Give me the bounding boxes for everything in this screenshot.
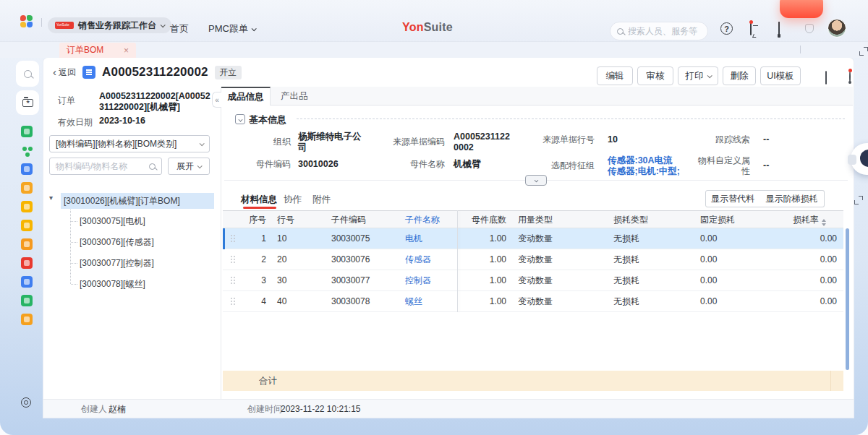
headset-service-icon[interactable] — [778, 22, 780, 35]
material-search-input[interactable]: 物料编码/物料名称 — [49, 158, 162, 175]
tab-output-product[interactable]: 产出品 — [281, 87, 308, 105]
sort-icon[interactable] — [822, 219, 826, 226]
source-doc-code-value: A00052311220002 — [454, 132, 511, 153]
delete-button[interactable]: 删除 — [723, 66, 756, 85]
ui-template-button[interactable]: UI模板 — [760, 66, 801, 85]
parent-code-label: 母件编码 — [222, 159, 291, 170]
wallet-icon[interactable] — [21, 126, 33, 137]
tree-root-node[interactable]: [30010026][机械臂][订单BOM] — [61, 193, 214, 209]
creator-value: 赵楠 — [109, 400, 126, 418]
subtab-collaboration[interactable]: 协作 — [284, 194, 302, 206]
user-blue-icon[interactable] — [21, 163, 33, 175]
section-collapse-button[interactable] — [235, 114, 245, 124]
messages-icon[interactable] — [750, 22, 752, 35]
keyboard-shortcut-icon[interactable] — [825, 71, 827, 85]
app-launcher-icon[interactable] — [20, 15, 33, 28]
cell-loss: 无损耗 — [613, 270, 639, 291]
topbar: YonSuite 销售业务跟踪工作台 首页 PMC跟单 YonSuite ? — [0, 0, 868, 42]
cell-code: 30030076 — [331, 249, 370, 270]
tree-child-node[interactable]: [30030077][控制器] — [80, 256, 154, 270]
show-substitute-button[interactable]: 显示替代料 — [705, 190, 760, 207]
expand-tree-button[interactable]: 展开 — [168, 158, 210, 175]
tree-child-node[interactable]: [30030076][传感器] — [80, 235, 154, 249]
display-format-select[interactable]: [物料编码][物料名称][BOM类别] — [49, 135, 210, 152]
global-search[interactable] — [610, 22, 708, 40]
drag-handle[interactable] — [231, 298, 232, 299]
cell-usage: 变动数量 — [518, 228, 553, 249]
home-orange-icon[interactable] — [21, 314, 33, 325]
shield-icon[interactable] — [805, 24, 814, 33]
briefcase-icon[interactable] — [21, 238, 33, 250]
chevron-down-icon — [252, 26, 257, 31]
cell-name-link[interactable]: 传感器 — [405, 249, 431, 270]
tree-caret-icon[interactable]: ▾ — [49, 194, 53, 202]
cell-loss: 无损耗 — [613, 291, 639, 312]
order-label: 订单 — [58, 95, 75, 107]
close-icon[interactable]: × — [124, 46, 129, 56]
section-dashed-rule — [297, 119, 845, 119]
panel-collapse-button[interactable]: « — [212, 92, 221, 108]
parent-name-label: 母件名称 — [376, 159, 445, 170]
drag-handle[interactable] — [231, 256, 232, 257]
feature-group-value[interactable]: 传感器:30A电流传感器;电机:中型; — [608, 155, 680, 177]
store-red-icon[interactable] — [21, 257, 33, 269]
cell-code: 30030078 — [331, 291, 370, 312]
doc-check-icon[interactable] — [21, 220, 33, 231]
clipboard-blue-icon[interactable] — [21, 276, 33, 288]
workflow-icon[interactable] — [849, 70, 851, 84]
frozen-column-divider — [457, 210, 458, 312]
apps-icon[interactable] — [22, 147, 27, 151]
notification-dot — [848, 69, 852, 72]
org-value: 杨斯维特电子公司 — [298, 132, 365, 153]
col-loss-rate[interactable]: 损耗率 — [771, 214, 826, 226]
collapse-section-pill[interactable] — [525, 175, 547, 186]
print-button[interactable]: 打印 — [678, 66, 718, 85]
tab-order-bom[interactable]: 订单BOM × — [59, 43, 136, 58]
col-line: 行号 — [277, 214, 294, 226]
col-seq: 序号 — [243, 214, 266, 226]
tab-product-info[interactable]: 成品信息 — [221, 87, 271, 105]
cell-fixed: 0.00 — [700, 228, 717, 249]
cell-seq: 3 — [243, 270, 266, 291]
cell-fixed: 0.00 — [700, 270, 717, 291]
search-icon — [617, 28, 624, 35]
subtab-attachments[interactable]: 附件 — [312, 194, 331, 206]
tree-child-node[interactable]: [30030075][电机] — [80, 214, 145, 228]
user-avatar[interactable] — [827, 19, 846, 38]
chart-green-icon[interactable] — [21, 295, 33, 306]
cell-name-link[interactable]: 螺丝 — [405, 291, 422, 312]
tree-guide — [71, 263, 77, 264]
document-icon — [82, 66, 95, 79]
cell-name-link[interactable]: 电机 — [405, 228, 422, 249]
fullscreen-icon[interactable] — [859, 47, 868, 56]
valid-date-value: 2023-10-16 — [99, 116, 145, 126]
settings-gear-icon[interactable] — [21, 397, 31, 408]
col-child-name[interactable]: 子件名称 — [405, 214, 440, 226]
parent-code-value: 30010026 — [298, 159, 339, 170]
nav-home[interactable]: 首页 — [170, 22, 189, 35]
tree-child-node[interactable]: [30030078][螺丝] — [80, 277, 145, 291]
table-scrollbar[interactable] — [846, 228, 849, 370]
drag-handle[interactable] — [231, 277, 232, 278]
workspace-switcher[interactable]: YonSuite 销售业务跟踪工作台 — [48, 17, 171, 33]
sidebar-search[interactable] — [16, 61, 39, 87]
source-line-value: 10 — [608, 134, 618, 145]
table-fullscreen-icon[interactable] — [854, 196, 863, 204]
cell-usage: 变动数量 — [518, 270, 553, 291]
global-search-input[interactable] — [628, 26, 700, 36]
subtab-material-info[interactable]: 材料信息 — [241, 194, 277, 206]
sidebar-favorites[interactable] — [16, 90, 39, 115]
floating-red-widget[interactable] — [780, 0, 823, 18]
drag-handle[interactable] — [231, 235, 232, 236]
user-orange-icon[interactable] — [21, 182, 33, 194]
doc-icon[interactable] — [21, 201, 33, 212]
show-step-loss-button[interactable]: 显示阶梯损耗 — [760, 190, 825, 207]
back-button[interactable]: ‹返回 — [53, 66, 76, 79]
audit-button[interactable]: 审核 — [637, 66, 673, 85]
cell-seq: 4 — [243, 291, 266, 312]
cell-code: 30030077 — [331, 270, 370, 291]
nav-pmc-tracking[interactable]: PMC跟单 — [208, 22, 255, 35]
cell-name-link[interactable]: 控制器 — [405, 270, 431, 291]
edit-button[interactable]: 编辑 — [597, 66, 633, 85]
help-icon[interactable]: ? — [720, 22, 733, 35]
